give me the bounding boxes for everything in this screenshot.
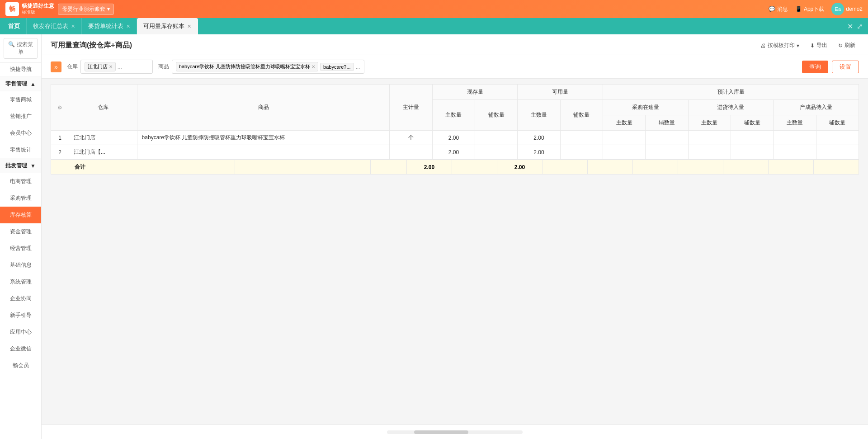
cell-production-main [774, 145, 816, 160]
tab-order-stats[interactable]: 要货单统计表 ✕ [82, 18, 137, 34]
total-purchase-main [588, 160, 633, 175]
total-inbound-aux [723, 160, 769, 175]
message-icon: 💬 [769, 6, 775, 12]
cell-warehouse: 江北门店【... [69, 145, 137, 160]
sidebar-item-ecommerce-mgmt[interactable]: 电商管理 [0, 173, 41, 190]
sidebar-item-system-mgmt[interactable]: 系统管理 [0, 274, 41, 290]
close-all-tabs-button[interactable]: ✕ [847, 22, 853, 31]
sidebar-item-inventory-mgmt[interactable]: 库存核算 [0, 207, 41, 223]
cell-production-aux [816, 145, 859, 160]
product-tag-2: babycare?... [320, 63, 354, 71]
bottom-bar [42, 425, 868, 439]
cell-stock-main: 2.00 [432, 145, 475, 160]
sidebar-item-member-plus[interactable]: 畅会员 [0, 357, 41, 374]
sidebar-item-retail-mall[interactable]: 零售商城 [0, 91, 41, 108]
page-actions: 🖨 按模板打印 ▾ ⬇ 导出 ↻ 刷新 [757, 40, 859, 51]
col-forecast-header: 预计入库量 [603, 85, 859, 100]
avatar: Ea [831, 3, 844, 15]
total-inbound-main [678, 160, 723, 175]
total-empty-unit [371, 160, 407, 175]
refresh-button[interactable]: ↻ 刷新 [835, 40, 859, 51]
warehouse-tag: 江北门店 ✕ [85, 62, 116, 71]
close-tab-receivable[interactable]: ✕ [71, 24, 75, 29]
sidebar-item-purchase-mgmt[interactable]: 采购管理 [0, 190, 41, 207]
col-inbound-aux-header: 辅数量 [731, 115, 773, 131]
cell-stock-aux [475, 145, 518, 160]
settings-button[interactable]: 设置 [832, 61, 859, 73]
sidebar-item-retail-mgmt[interactable]: 零售管理 ▲ [0, 76, 41, 91]
content-area: 可用量查询(按仓库+商品) 🖨 按模板打印 ▾ ⬇ 导出 ↻ 刷新 » [42, 34, 868, 439]
remove-warehouse-tag[interactable]: ✕ [109, 64, 113, 69]
warehouse-filter-label: 仓库 [67, 63, 78, 71]
sidebar-item-finance-mgmt[interactable]: 资金管理 [0, 223, 41, 240]
sidebar-item-enterprise-collab[interactable]: 企业协同 [0, 290, 41, 307]
maximize-button[interactable]: ⤢ [857, 22, 863, 31]
tab-receivable[interactable]: 收发存汇总表 ✕ [27, 18, 82, 34]
more-products[interactable]: ... [356, 64, 360, 70]
gear-icon[interactable]: ⚙ [57, 104, 62, 111]
search-icon: 🔍 [8, 41, 15, 47]
sidebar-item-operations-mgmt[interactable]: 经营管理 [0, 240, 41, 257]
query-button[interactable]: 查询 [802, 61, 828, 73]
close-tab-available-stock[interactable]: ✕ [187, 24, 191, 29]
product-input[interactable]: babycare学饮杯 儿童防摔防撞吸管杯重力球吸嘴杯宝宝水杯 ✕ babyca… [172, 60, 364, 74]
sidebar-item-marketing[interactable]: 营销推广 [0, 108, 41, 125]
app-logo-title: 畅捷通好生意 [22, 3, 54, 9]
cell-inbound-aux [731, 131, 773, 145]
product-filter: 商品 babycare学饮杯 儿童防摔防撞吸管杯重力球吸嘴杯宝宝水杯 ✕ bab… [158, 60, 364, 74]
header-right: 💬 消息 📱 App下载 Ea demo2 [769, 3, 863, 15]
cell-product: babycare学饮杯 儿童防摔防撞吸管杯重力球吸嘴杯宝宝水杯 [137, 131, 390, 145]
export-button[interactable]: ⬇ 导出 [807, 40, 831, 51]
tab-home[interactable]: 首页 [2, 18, 27, 34]
message-button[interactable]: 💬 消息 [769, 5, 788, 13]
col-available-header: 可用量 [518, 85, 603, 100]
col-unit-header: 主计量 [390, 85, 432, 131]
cell-purchase-aux [646, 145, 688, 160]
col-inbound-main-header: 主数量 [688, 115, 731, 131]
page-header: 可用量查询(按仓库+商品) 🖨 按模板打印 ▾ ⬇ 导出 ↻ 刷新 [42, 34, 868, 55]
print-icon: 🖨 [760, 42, 766, 49]
cell-purchase-aux [646, 131, 688, 145]
print-button[interactable]: 🖨 按模板打印 ▾ [757, 40, 803, 51]
table-header-row-1: ⚙ 仓库 商品 主计量 现存量 [51, 85, 859, 100]
sidebar-item-quick-nav[interactable]: 快捷导航 [0, 63, 41, 76]
cell-stock-aux [475, 131, 518, 145]
product-filter-label: 商品 [158, 63, 169, 71]
warehouse-filter: 仓库 江北门店 ✕ ... [67, 60, 153, 74]
horizontal-scrollbar[interactable] [387, 430, 523, 434]
app-logo-subtitle: 标准版 [22, 9, 54, 15]
total-stock-main: 2.00 [407, 160, 452, 175]
tenant-selector[interactable]: 母婴行业演示账套 ▾ [58, 4, 114, 15]
sidebar: 🔍 搜索菜单 快捷导航 零售管理 ▲ 零售商城 营销推广 会员中心 零售统计 批… [0, 34, 42, 439]
warehouse-input[interactable]: 江北门店 ✕ ... [80, 60, 153, 74]
filter-toggle-button[interactable]: » [51, 61, 61, 72]
total-production-aux [814, 160, 859, 175]
sidebar-item-member-center[interactable]: 会员中心 [0, 125, 41, 142]
cell-inbound-aux [731, 145, 773, 160]
col-purchase-header: 采购在途量 [603, 100, 689, 115]
sidebar-item-basic-info[interactable]: 基础信息 [0, 257, 41, 274]
close-tab-order-stats[interactable]: ✕ [126, 24, 130, 29]
cell-stock-main: 2.00 [432, 131, 475, 145]
sidebar-item-wholesale-mgmt[interactable]: 批发管理 ▼ [0, 158, 41, 173]
more-warehouses[interactable]: ... [118, 64, 122, 70]
cell-purchase-main [603, 131, 646, 145]
cell-available-aux [560, 145, 603, 160]
sidebar-item-new-guide[interactable]: 新手引导 [0, 307, 41, 324]
user-menu[interactable]: Ea demo2 [831, 3, 863, 15]
col-stock-header: 现存量 [432, 85, 518, 100]
cell-available-main: 2.00 [518, 145, 560, 160]
sidebar-item-enterprise-wechat[interactable]: 企业微信 [0, 340, 41, 357]
total-empty-product [235, 160, 371, 175]
scrollbar-thumb[interactable] [414, 430, 468, 434]
app-download-button[interactable]: 📱 App下载 [795, 5, 824, 13]
total-production-main [769, 160, 814, 175]
total-stock-aux [452, 160, 497, 175]
col-stock-aux-header: 辅数量 [475, 100, 518, 131]
total-available-aux [542, 160, 588, 175]
tab-available-stock[interactable]: 可用量库存账本 ✕ [137, 18, 198, 34]
sidebar-item-app-center[interactable]: 应用中心 [0, 324, 41, 340]
search-menu-button[interactable]: 🔍 搜索菜单 [4, 38, 38, 59]
remove-product-tag-1[interactable]: ✕ [311, 64, 315, 69]
sidebar-item-retail-stats[interactable]: 零售统计 [0, 142, 41, 158]
